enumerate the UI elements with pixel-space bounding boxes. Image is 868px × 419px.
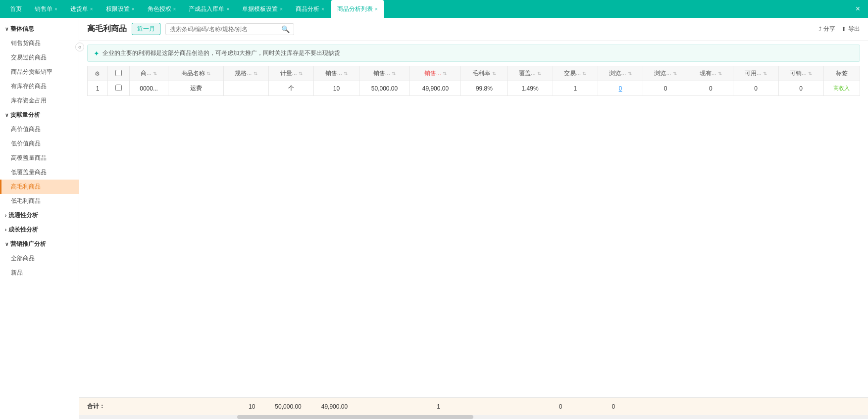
sidebar-item-contribution[interactable]: 商品分贡献销率 <box>0 65 79 79</box>
table-row: 1 0000... 运费 个 10 50,000.00 49,900.00 99… <box>88 81 860 96</box>
close-icon[interactable]: × <box>226 6 229 12</box>
nav-close-all[interactable]: × <box>852 2 864 15</box>
col-code[interactable]: 商... ⇅ <box>129 66 168 81</box>
nav-template[interactable]: 单据模板设置 × <box>236 0 289 18</box>
sidebar-item-low-margin[interactable]: 低毛利商品 <box>0 194 79 208</box>
close-icon[interactable]: × <box>173 6 176 12</box>
sidebar-item-inventory-capital[interactable]: 库存资金占用 <box>0 93 79 108</box>
sidebar-section-contribution[interactable]: ∨ 贡献量分析 <box>0 108 79 122</box>
nav-permissions[interactable]: 权限设置 × <box>100 0 141 18</box>
cell-current: 0 <box>688 81 733 96</box>
main-layout: ∨ 整体信息 销售货商品 交易过的商品 商品分贡献销率 有库存的商品 库存资金占… <box>0 18 868 419</box>
col-gross-margin[interactable]: 毛利率 ⇅ <box>461 66 508 81</box>
sidebar-item-new-products[interactable]: 新品 <box>0 266 79 280</box>
table-container: ⚙ 商... ⇅ 商品名称 ⇅ 规格... ⇅ 计量... ⇅ 销售... ⇅ … <box>79 66 868 397</box>
col-sales-amount[interactable]: 销售... ⇅ <box>359 66 410 81</box>
nav-roles[interactable]: 角色授权 × <box>142 0 182 18</box>
cell-trade: 1 <box>553 81 598 96</box>
browse1-link[interactable]: 0 <box>619 85 622 92</box>
col-name[interactable]: 商品名称 ⇅ <box>168 66 224 81</box>
sidebar-item-sales-goods[interactable]: 销售货商品 <box>0 36 79 50</box>
cell-spec <box>223 81 268 96</box>
close-icon[interactable]: × <box>280 6 283 12</box>
col-checkbox[interactable] <box>107 66 129 81</box>
col-sales-qty[interactable]: 销售... ⇅ <box>314 66 359 81</box>
cell-sales-amount: 50,000.00 <box>359 81 410 96</box>
search-wrapper: 🔍 <box>165 23 294 35</box>
sidebar-section-liquidity[interactable]: › 流通性分析 <box>0 208 79 223</box>
table-footer: 合计： 10 50,000.00 49,900.00 1 0 0 <box>79 397 868 415</box>
nav-purchase[interactable]: 进货单 × <box>64 0 99 18</box>
footer-available: 0 <box>612 403 615 410</box>
col-coverage[interactable]: 覆盖... ⇅ <box>508 66 553 81</box>
tag-badge: 高收入 <box>833 85 850 91</box>
cell-unit: 个 <box>269 81 314 96</box>
col-sellable[interactable]: 可销... ⇅ <box>778 66 823 81</box>
export-icon: ⬆ <box>841 26 846 33</box>
col-browse1[interactable]: 浏览... ⇅ <box>598 66 643 81</box>
time-filter-recent-month[interactable]: 近一月 <box>132 23 160 35</box>
sort-icon: ⇅ <box>254 71 257 76</box>
nav-product-analysis-list[interactable]: 商品分析列表 × <box>331 0 384 18</box>
footer-sales-amount: 50,000.00 <box>275 403 301 410</box>
col-browse2[interactable]: 浏览... ⇅ <box>643 66 688 81</box>
col-unit[interactable]: 计量... ⇅ <box>269 66 314 81</box>
sidebar-item-low-coverage[interactable]: 低覆盖量商品 <box>0 165 79 180</box>
cell-index: 1 <box>88 81 108 96</box>
header-actions: ⤴ 分享 ⬆ 导出 <box>818 25 860 33</box>
cell-tag: 高收入 <box>823 81 860 96</box>
share-button[interactable]: ⤴ 分享 <box>818 25 835 33</box>
chevron-down-icon: ∨ <box>5 112 8 118</box>
sidebar-section-growth[interactable]: › 成长性分析 <box>0 223 79 237</box>
cell-checkbox[interactable] <box>107 81 129 96</box>
chevron-right-icon: › <box>5 213 6 218</box>
content-area: 高毛利商品 近一月 🔍 ⤴ 分享 ⬆ 导出 ✦ 企业的主要的利润都是这部分商品创… <box>79 18 868 419</box>
sidebar-item-high-value[interactable]: 高价值商品 <box>0 122 79 137</box>
sidebar-item-high-coverage[interactable]: 高覆盖量商品 <box>0 151 79 165</box>
close-icon[interactable]: × <box>54 6 57 12</box>
sidebar-section-marketing[interactable]: ∨ 营销推广分析 <box>0 237 79 251</box>
sidebar-item-all-goods[interactable]: 全部商品 <box>0 251 79 266</box>
sidebar-item-high-margin[interactable]: 高毛利商品 <box>0 180 79 194</box>
horizontal-scrollbar[interactable] <box>79 415 868 419</box>
sidebar-item-in-stock[interactable]: 有库存的商品 <box>0 79 79 93</box>
col-trade[interactable]: 交易... ⇅ <box>553 66 598 81</box>
cell-name: 运费 <box>168 81 224 96</box>
col-spec[interactable]: 规格... ⇅ <box>223 66 268 81</box>
close-icon[interactable]: × <box>90 6 93 12</box>
select-all-checkbox[interactable] <box>115 70 122 76</box>
page-title: 高毛利商品 <box>87 24 127 34</box>
col-tag[interactable]: 标签 <box>823 66 860 81</box>
scrollbar-thumb[interactable] <box>237 415 474 419</box>
content-header: 高毛利商品 近一月 🔍 ⤴ 分享 ⬆ 导出 <box>79 18 868 41</box>
nav-home[interactable]: 首页 <box>4 0 28 18</box>
sidebar-item-low-value[interactable]: 低价值商品 <box>0 137 79 151</box>
sidebar-section-overall[interactable]: ∨ 整体信息 <box>0 22 79 36</box>
sort-icon: ⇅ <box>808 71 812 76</box>
top-nav: 首页 销售单 × 进货单 × 权限设置 × 角色授权 × 产成品入库单 × 单据… <box>0 0 868 18</box>
info-icon: ✦ <box>94 49 100 57</box>
nav-sales[interactable]: 销售单 × <box>29 0 63 18</box>
cell-browse1[interactable]: 0 <box>598 81 643 96</box>
info-banner: ✦ 企业的主要的利润都是这部分商品创造的，可考虑加大推广，同时关注库存是不要出现… <box>87 45 860 62</box>
col-current[interactable]: 现有... ⇅ <box>688 66 733 81</box>
export-button[interactable]: ⬆ 导出 <box>841 25 860 33</box>
search-icon[interactable]: 🔍 <box>281 25 290 33</box>
sort-icon: ⇅ <box>718 71 722 76</box>
footer-current: 0 <box>559 403 562 410</box>
sidebar-collapse-button[interactable]: « <box>75 43 84 51</box>
close-icon[interactable]: × <box>375 6 378 12</box>
row-checkbox[interactable] <box>115 85 122 91</box>
nav-product-analysis[interactable]: 商品分析 × <box>290 0 330 18</box>
data-table: ⚙ 商... ⇅ 商品名称 ⇅ 规格... ⇅ 计量... ⇅ 销售... ⇅ … <box>87 66 860 96</box>
close-icon[interactable]: × <box>321 6 324 12</box>
col-available[interactable]: 可用... ⇅ <box>733 66 778 81</box>
search-input[interactable] <box>170 26 279 33</box>
col-sales-profit[interactable]: 销售... ⇅ <box>410 66 461 81</box>
sort-icon: ⇅ <box>392 71 396 76</box>
sort-icon: ⇅ <box>673 71 677 76</box>
nav-inventory[interactable]: 产成品入库单 × <box>183 0 235 18</box>
sidebar-item-traded-goods[interactable]: 交易过的商品 <box>0 50 79 65</box>
close-icon[interactable]: × <box>132 6 135 12</box>
col-settings[interactable]: ⚙ <box>88 66 108 81</box>
